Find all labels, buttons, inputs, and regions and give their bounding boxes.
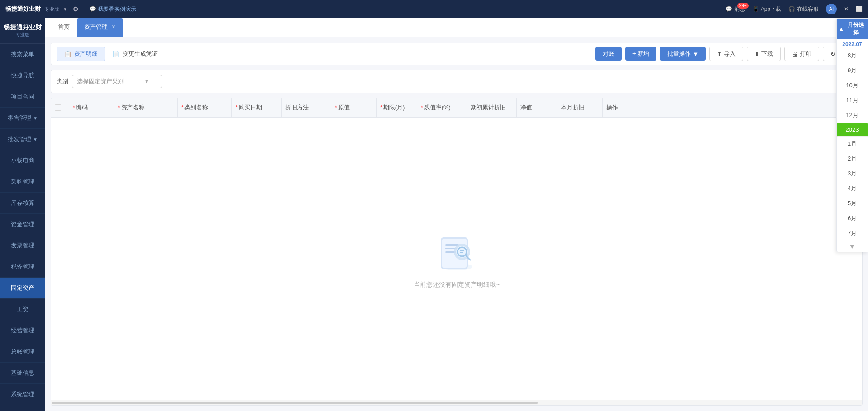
batch-button[interactable]: 批量操作 ▼ bbox=[660, 47, 706, 61]
message-button[interactable]: 💬 消息 99+ bbox=[726, 5, 745, 13]
sidebar-item-purchase[interactable]: 采购管理 bbox=[0, 171, 45, 193]
sidebar: 畅捷通好业财 专业版 搜索菜单 快捷导航 项目合同 零售管理 ▼ 批发管理 ▼ … bbox=[0, 18, 45, 411]
sidebar-item-tax[interactable]: 税务管理 bbox=[0, 256, 45, 278]
svg-rect-10 bbox=[460, 250, 464, 251]
import-button[interactable]: ⬆ 导入 bbox=[709, 47, 743, 61]
month-item-7[interactable]: 7月 bbox=[837, 226, 868, 241]
demo-icon: 💬 bbox=[90, 6, 96, 12]
print-button[interactable]: 🖨 打印 bbox=[784, 47, 819, 61]
month-panel-footer: ▼ bbox=[837, 241, 868, 252]
tab-assets-mgmt[interactable]: 资产管理 ✕ bbox=[77, 18, 123, 37]
th-category: * 类别名称 bbox=[178, 98, 232, 117]
sidebar-item-wholesale[interactable]: 批发管理 ▼ bbox=[0, 129, 45, 150]
month-item-3[interactable]: 3月 bbox=[837, 166, 868, 181]
sidebar-item-retail[interactable]: 零售管理 ▼ bbox=[0, 108, 45, 129]
empty-illustration bbox=[429, 228, 484, 274]
sidebar-edition: 专业版 bbox=[4, 32, 42, 38]
month-item-12[interactable]: 12月 bbox=[837, 108, 868, 123]
month-prev-icon[interactable]: ▲ bbox=[839, 26, 844, 32]
th-purchase-date: * 购买日期 bbox=[232, 98, 282, 117]
month-item-5[interactable]: 5月 bbox=[837, 196, 868, 211]
month-item-1[interactable]: 1月 bbox=[837, 137, 868, 151]
change-voucher-icon: 📄 bbox=[113, 51, 120, 57]
sidebar-item-basic[interactable]: 基础信息 bbox=[0, 363, 45, 384]
th-operation: 操作 bbox=[603, 98, 639, 117]
tab-home[interactable]: 首页 bbox=[51, 18, 77, 37]
empty-text: 当前您还没有固定资产明细哦~ bbox=[414, 281, 500, 289]
avatar: Ai bbox=[826, 4, 837, 14]
select-all-checkbox[interactable] bbox=[55, 104, 61, 111]
demo-link[interactable]: 💬 我要看实例演示 bbox=[90, 5, 136, 13]
tab-home-label: 首页 bbox=[58, 23, 70, 31]
tab-assets-label: 资产管理 bbox=[84, 23, 108, 31]
download-icon: ⬇ bbox=[755, 51, 760, 57]
sidebar-item-system[interactable]: 系统管理 bbox=[0, 384, 45, 405]
change-voucher-label: 变更生成凭证 bbox=[123, 50, 158, 58]
th-checkbox[interactable] bbox=[51, 98, 69, 117]
sidebar-item-ecommerce[interactable]: 小畅电商 bbox=[0, 150, 45, 171]
reconcile-button[interactable]: 对账 bbox=[595, 47, 622, 61]
month-item-10[interactable]: 10月 bbox=[837, 78, 868, 93]
online-service-label: 在线客服 bbox=[797, 5, 819, 13]
window-close-button[interactable]: ✕ bbox=[844, 6, 849, 12]
month-item-2[interactable]: 2月 bbox=[837, 151, 868, 166]
app-brand: 畅捷通好业财 bbox=[5, 5, 41, 13]
sidebar-item-payroll[interactable]: 工资 bbox=[0, 299, 45, 320]
settings-icon[interactable]: ⚙ bbox=[73, 5, 79, 13]
user-avatar[interactable]: Ai bbox=[826, 4, 837, 14]
sidebar-item-invoice[interactable]: 发票管理 bbox=[0, 235, 45, 256]
import-icon: ⬆ bbox=[717, 51, 722, 57]
sidebar-item-quick-nav[interactable]: 快捷导航 bbox=[0, 65, 45, 86]
close-icon: ✕ bbox=[844, 6, 849, 12]
tab-close-icon[interactable]: ✕ bbox=[111, 24, 116, 30]
sidebar-logo: 畅捷通好业财 专业版 bbox=[0, 18, 45, 44]
sidebar-item-project[interactable]: 项目合同 bbox=[0, 86, 45, 108]
add-button[interactable]: + 新增 bbox=[625, 47, 656, 61]
month-item-6[interactable]: 6月 bbox=[837, 211, 868, 226]
table-header: * 编码 * 资产名称 * 类别名称 * 购买日期 bbox=[51, 98, 862, 118]
asset-detail-icon: 📋 bbox=[64, 51, 71, 57]
app-download-button[interactable]: 📱 App下载 bbox=[752, 5, 781, 13]
th-depreciation-method: 折旧方法 bbox=[282, 98, 331, 117]
download-label: 下载 bbox=[761, 50, 773, 58]
horizontal-scrollbar[interactable] bbox=[51, 400, 862, 405]
month-panel-header: ▲ 月份选择 bbox=[837, 19, 868, 39]
month-item-4[interactable]: 4月 bbox=[837, 181, 868, 196]
app-download-label: App下载 bbox=[761, 5, 781, 13]
sidebar-item-operations[interactable]: 经营管理 bbox=[0, 320, 45, 341]
refresh-icon: ↻ bbox=[830, 51, 835, 57]
sidebar-item-finance[interactable]: 资金管理 bbox=[0, 214, 45, 235]
wholesale-arrow-icon: ▼ bbox=[33, 137, 38, 142]
window-maximize-button[interactable]: ⬜ bbox=[856, 6, 863, 12]
dropdown-arrow-icon: ▼ bbox=[144, 79, 149, 84]
month-item-8[interactable]: 8月 bbox=[837, 48, 868, 63]
download-button[interactable]: ⬇ 下载 bbox=[747, 47, 781, 61]
download-icon: 📱 bbox=[752, 6, 759, 12]
panel-collapse-icon[interactable]: ▼ bbox=[849, 243, 855, 250]
category-dropdown[interactable]: 选择固定资产类别 ▼ bbox=[72, 75, 162, 88]
th-original-value: * 原值 bbox=[331, 98, 377, 117]
maximize-icon: ⬜ bbox=[856, 6, 863, 12]
account-dropdown[interactable]: ▼ bbox=[63, 7, 67, 12]
online-service-button[interactable]: 🎧 在线客服 bbox=[788, 5, 819, 13]
page-content: 📋 资产明细 📄 变更生成凭证 对账 + 新增 批量操作 ▼ bbox=[45, 37, 868, 411]
print-icon: 🖨 bbox=[792, 51, 798, 57]
table-empty-state: 当前您还没有固定资产明细哦~ bbox=[51, 118, 862, 400]
year-2023-badge: 2023 bbox=[837, 123, 868, 137]
sidebar-item-assets[interactable]: 固定资产 bbox=[0, 278, 45, 299]
month-item-9[interactable]: 9月 bbox=[837, 63, 868, 78]
scrollbar-thumb[interactable] bbox=[52, 402, 538, 404]
asset-table: * 编码 * 资产名称 * 类别名称 * 购买日期 bbox=[51, 98, 863, 406]
sub-tab-change-voucher[interactable]: 📄 变更生成凭证 bbox=[105, 47, 165, 61]
batch-label: 批量操作 bbox=[667, 50, 691, 58]
sidebar-item-inventory[interactable]: 库存核算 bbox=[0, 193, 45, 214]
month-selector-panel: ▲ 月份选择 2022.07 8月 9月 10月 11月 12月 2023 1月… bbox=[836, 18, 868, 252]
month-item-11[interactable]: 11月 bbox=[837, 93, 868, 108]
category-placeholder: 选择固定资产类别 bbox=[77, 77, 124, 85]
sub-tab-asset-detail[interactable]: 📋 资产明细 bbox=[57, 47, 105, 61]
sidebar-item-ledger[interactable]: 总账管理 bbox=[0, 341, 45, 363]
month-list: 8月 9月 10月 11月 12月 2023 1月 2月 3月 4月 5月 6月… bbox=[837, 48, 868, 241]
month-panel-title: 月份选择 bbox=[846, 21, 866, 37]
svg-rect-11 bbox=[460, 252, 463, 253]
sidebar-item-search[interactable]: 搜索菜单 bbox=[0, 44, 45, 65]
